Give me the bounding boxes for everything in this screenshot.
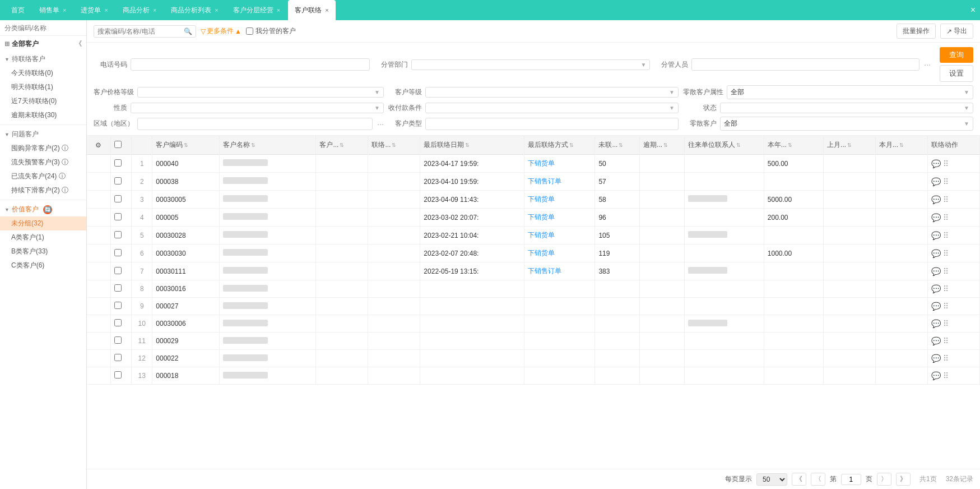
nav-tab-goods-analysis[interactable]: 商品分析 × — [116, 0, 163, 20]
action-chat-icon[interactable]: 💬 — [931, 159, 941, 168]
action-menu-icon[interactable]: ⠿ — [943, 159, 949, 168]
page-size-select[interactable]: 50 20 100 — [756, 473, 787, 486]
row-last-contact-way[interactable]: 下销货单 — [524, 191, 595, 209]
action-menu-icon[interactable]: ⠿ — [943, 249, 949, 258]
close-sales-icon[interactable]: × — [63, 7, 66, 13]
sidebar-item-overdue[interactable]: 逾期未联络(30) — [0, 108, 86, 122]
row-check[interactable] — [110, 298, 131, 315]
link-cell[interactable]: 下销货单 — [528, 159, 555, 167]
link-cell[interactable]: 下销货单 — [528, 213, 555, 221]
nav-tab-customer-contact[interactable]: 客户联络 × — [288, 0, 335, 20]
sidebar-item-class-b[interactable]: B类客户(33) — [0, 245, 86, 259]
row-checkbox[interactable] — [114, 177, 122, 184]
th-this-year[interactable]: 本年...⇅ — [764, 136, 823, 155]
person-more-icon[interactable]: ··· — [924, 60, 931, 69]
next-page-btn[interactable]: 〉 — [877, 473, 891, 486]
th-gear[interactable]: ⚙ — [87, 136, 110, 155]
first-page-btn[interactable]: 《 — [792, 473, 806, 486]
row-last-contact-way[interactable]: 下销货单 — [524, 245, 595, 262]
action-menu-icon[interactable]: ⠿ — [943, 336, 949, 345]
action-chat-icon[interactable]: 💬 — [931, 267, 941, 276]
sidebar-item-ungrouped[interactable]: 未分组(32) — [0, 216, 86, 230]
close-goods-list-icon[interactable]: × — [215, 7, 218, 13]
row-last-contact-way[interactable]: 下销售订单 — [524, 173, 595, 191]
link-cell[interactable]: 下销货单 — [528, 231, 555, 239]
batch-ops-button[interactable]: 批量操作 — [897, 24, 936, 39]
action-chat-icon[interactable]: 💬 — [931, 249, 941, 258]
th-unit-contact[interactable]: 往来单位联系人⇅ — [684, 136, 764, 155]
action-chat-icon[interactable]: 💬 — [931, 231, 941, 240]
row-checkbox[interactable] — [114, 213, 122, 220]
th-name[interactable]: 客户名称⇅ — [219, 136, 316, 155]
export-button[interactable]: ↗ 导出 — [940, 24, 973, 39]
row-checkbox[interactable] — [114, 284, 122, 292]
prev-page-btn[interactable]: 〈 — [811, 473, 825, 486]
person-input[interactable] — [691, 58, 919, 71]
sidebar-item-tomorrow-pending[interactable]: 明天待联络(1) — [0, 80, 86, 94]
dept-select[interactable]: ▼ — [411, 59, 651, 70]
search-input[interactable] — [97, 27, 182, 35]
sidebar-item-churned[interactable]: 已流失客户(24) ⓘ — [0, 169, 86, 183]
status-select[interactable]: ▼ — [720, 103, 973, 113]
phone-input[interactable] — [131, 58, 370, 71]
close-customer-contact-icon[interactable]: × — [325, 7, 328, 13]
row-last-contact-way[interactable]: 下销售订单 — [524, 262, 595, 280]
region-more-icon[interactable]: ··· — [377, 119, 384, 128]
row-check[interactable] — [110, 315, 131, 333]
row-checkbox[interactable] — [114, 371, 122, 379]
th-no-contact[interactable]: 未联...⇅ — [595, 136, 640, 155]
action-chat-icon[interactable]: 💬 — [931, 319, 941, 328]
sidebar-item-declining[interactable]: 持续下滑客户(2) ⓘ — [0, 183, 86, 197]
action-chat-icon[interactable]: 💬 — [931, 336, 941, 345]
action-chat-icon[interactable]: 💬 — [931, 177, 941, 186]
sidebar-item-abnormal[interactable]: 囤购异常客户(2) ⓘ — [0, 141, 86, 155]
action-chat-icon[interactable]: 💬 — [931, 213, 941, 222]
action-menu-icon[interactable]: ⠿ — [943, 231, 949, 240]
action-menu-icon[interactable]: ⠿ — [943, 371, 949, 380]
action-menu-icon[interactable]: ⠿ — [943, 302, 949, 311]
row-checkbox[interactable] — [114, 195, 122, 202]
nav-tab-home[interactable]: 首页 — [4, 0, 31, 20]
th-overdue[interactable]: 逾期...⇅ — [640, 136, 685, 155]
close-goods-analysis-icon[interactable]: × — [153, 7, 156, 13]
nav-tab-customer-tier[interactable]: 客户分层经营 × — [226, 0, 287, 20]
action-chat-icon[interactable]: 💬 — [931, 302, 941, 311]
reset-button[interactable]: 设置 — [940, 65, 973, 82]
row-checkbox[interactable] — [114, 354, 122, 361]
row-check[interactable] — [110, 191, 131, 209]
th-type[interactable]: 客户...⇅ — [316, 136, 368, 155]
nature-select[interactable]: ▼ — [131, 103, 384, 113]
sidebar-item-class-a[interactable]: A类客户(1) — [0, 230, 86, 245]
scatter-attr-select[interactable]: 全部 ▼ — [727, 85, 973, 99]
price-level-select[interactable]: ▼ — [137, 87, 384, 98]
link-cell[interactable]: 下销货单 — [528, 249, 555, 257]
row-checkbox[interactable] — [114, 159, 122, 167]
scatter-select[interactable]: 全部 ▼ — [720, 117, 973, 131]
action-menu-icon[interactable]: ⠿ — [943, 267, 949, 276]
action-menu-icon[interactable]: ⠿ — [943, 195, 949, 204]
nav-tab-sales[interactable]: 销售单 × — [32, 0, 73, 20]
row-checkbox[interactable] — [114, 249, 122, 256]
cust-type-input[interactable] — [425, 118, 679, 130]
sidebar-item-today-pending[interactable]: 今天待联络(0) — [0, 66, 86, 80]
action-menu-icon[interactable]: ⠿ — [943, 213, 949, 222]
row-check[interactable] — [110, 209, 131, 227]
close-all-icon[interactable]: × — [970, 5, 976, 15]
row-check[interactable] — [110, 227, 131, 245]
row-checkbox[interactable] — [114, 231, 122, 238]
action-menu-icon[interactable]: ⠿ — [943, 319, 949, 328]
th-this-month[interactable]: 本月...⇅ — [876, 136, 928, 155]
action-chat-icon[interactable]: 💬 — [931, 195, 941, 204]
search-icon[interactable]: 🔍 — [184, 27, 192, 35]
last-page-btn[interactable]: 》 — [896, 473, 911, 486]
action-chat-icon[interactable]: 💬 — [931, 284, 941, 293]
th-last-contact-way[interactable]: 最后联络方式⇅ — [524, 136, 595, 155]
th-check[interactable] — [110, 136, 131, 155]
action-chat-icon[interactable]: 💬 — [931, 354, 941, 363]
value-customers-group[interactable]: ▼ 价值客户 🔄 — [0, 202, 86, 216]
link-cell[interactable]: 下销货单 — [528, 195, 555, 203]
close-customer-tier-icon[interactable]: × — [277, 7, 280, 13]
all-customers-header[interactable]: ⊞ 全部客户 《 — [0, 36, 86, 52]
action-menu-icon[interactable]: ⠿ — [943, 354, 949, 363]
page-input[interactable] — [841, 474, 861, 485]
